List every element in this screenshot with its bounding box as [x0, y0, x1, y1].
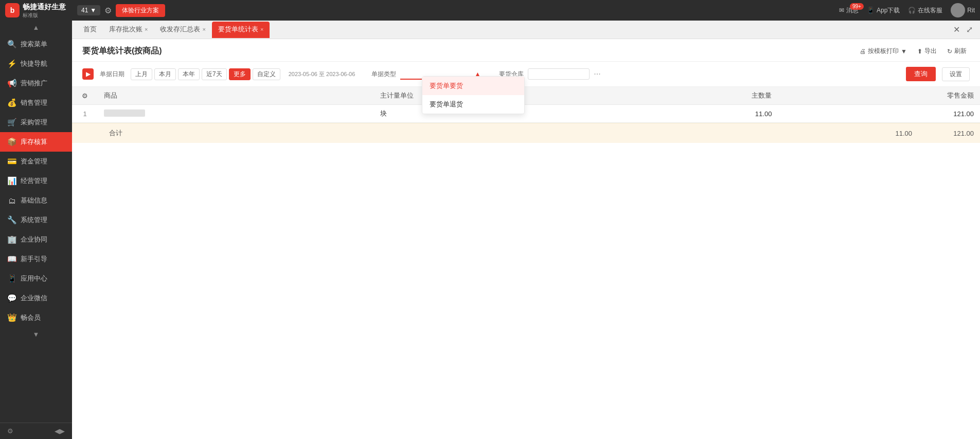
page-title: 要货单统计表(按商品) [82, 46, 162, 57]
filter-bar: ▶ 单据日期 上月 本月 本年 近7天 更多 自定义 2023-05-06 至 … [72, 62, 980, 87]
dropdown-item-delivery[interactable]: 要货单要货 [422, 77, 524, 95]
refresh-button[interactable]: ↻ 刷新 [944, 45, 970, 57]
sidebar-item-base-info[interactable]: 🗂 基础信息 [0, 191, 72, 210]
sidebar-label-base-info: 基础信息 [21, 196, 47, 205]
tab-bar-expand-button[interactable]: ⤢ [964, 24, 975, 35]
sidebar-item-quick-nav[interactable]: ⚡ 快捷导航 [0, 54, 72, 74]
tab-recv-summary-close[interactable]: × [202, 26, 205, 32]
tab-home-label: 首页 [83, 25, 97, 34]
sidebar-collapse-icon[interactable]: ◀▶ [55, 427, 65, 435]
filter-dots-button[interactable]: ··· [594, 69, 600, 79]
industry-button[interactable]: 体验行业方案 [116, 4, 165, 17]
user-avatar-item[interactable]: Rit [951, 3, 975, 17]
dropdown-item-return[interactable]: 要货单退货 [422, 95, 524, 114]
sidebar-label-quick-nav: 快捷导航 [21, 59, 47, 68]
warehouse-filter-input[interactable] [528, 68, 590, 80]
sales-icon: 💰 [7, 98, 16, 107]
tab-home[interactable]: 首页 [77, 22, 103, 38]
sidebar-label-inventory: 库存核算 [21, 137, 47, 147]
tab-order-stats-label: 要货单统计表 [218, 25, 258, 34]
sidebar-item-app-center[interactable]: 📱 应用中心 [0, 269, 72, 288]
headset-icon: 🎧 [908, 7, 916, 14]
tab-recv-summary-label: 收发存汇总表 [160, 25, 200, 34]
tab-inventory-batch[interactable]: 库存批次账 × [103, 22, 154, 38]
sidebar-scroll-down[interactable]: ▼ [0, 327, 72, 341]
sidebar: ▲ 🔍 搜索菜单 ⚡ 快捷导航 📢 营销推广 💰 销售管理 🛒 采购管理 📦 库… [0, 21, 72, 439]
data-table: ⚙ 商品 主计量单位 主数量 零售金额 1 块 11.00 [72, 87, 980, 123]
tabs-bar-right: ✕ ⤢ [951, 24, 975, 35]
query-button[interactable]: 查询 [906, 67, 936, 81]
export-button[interactable]: ⬆ 导出 [914, 45, 940, 57]
type-dropdown: 要货单要货 要货单退货 [422, 76, 525, 114]
header-center: 41 ▼ ⚙ 体验行业方案 [77, 4, 839, 17]
date-btn-this-month[interactable]: 本月 [154, 68, 176, 80]
app-center-icon: 📱 [7, 274, 16, 283]
header-right: ✉ 消息 99+ 📱 App下载 🎧 在线客服 Rit [839, 3, 975, 17]
message-item[interactable]: ✉ 消息 99+ [839, 6, 859, 15]
settings-button[interactable]: 设置 [942, 67, 970, 81]
quick-nav-icon: ⚡ [7, 59, 16, 68]
user-text: Rit [967, 7, 975, 14]
tab-order-stats-close[interactable]: × [260, 26, 263, 32]
sidebar-label-search: 搜索菜单 [21, 40, 47, 49]
sidebar-item-search[interactable]: 🔍 搜索菜单 [0, 34, 72, 54]
col-amount: 零售金额 [778, 87, 980, 105]
date-btn-last-month[interactable]: 上月 [131, 68, 152, 80]
date-btn-custom[interactable]: 自定义 [253, 68, 280, 80]
date-btn-last-7-days[interactable]: 近7天 [202, 68, 227, 80]
tab-inventory-batch-close[interactable]: × [145, 26, 148, 32]
row-index: 1 [72, 105, 98, 123]
date-btn-this-year[interactable]: 本年 [178, 68, 200, 80]
sidebar-label-purchase: 采购管理 [21, 118, 47, 127]
system-icon: 🔧 [7, 215, 16, 225]
sidebar-item-finance[interactable]: 💳 资金管理 [0, 152, 72, 171]
member-icon: 👑 [7, 313, 16, 322]
sidebar-item-sales[interactable]: 💰 销售管理 [0, 93, 72, 113]
export-label: 导出 [924, 47, 937, 56]
date-range-display: 2023-05-06 至 2023-06-06 [289, 70, 355, 78]
online-service-item[interactable]: 🎧 在线客服 [908, 6, 942, 15]
tab-bar-close-all-button[interactable]: ✕ [951, 24, 962, 35]
finance-icon: 💳 [7, 157, 16, 166]
sidebar-item-system[interactable]: 🔧 系统管理 [0, 210, 72, 230]
print-label: 按模板打印 [868, 47, 899, 56]
table-wrap: ⚙ 商品 主计量单位 主数量 零售金额 1 块 11.00 [72, 87, 980, 123]
footer-amount-total: 121.00 [933, 130, 974, 137]
sidebar-item-inventory[interactable]: 📦 库存核算 [0, 132, 72, 152]
store-selector[interactable]: 41 ▼ [77, 5, 100, 15]
sidebar-bottom: ⚙ ◀▶ [0, 423, 72, 439]
sidebar-item-guide[interactable]: 📖 新手引导 [0, 249, 72, 269]
footer-qty-total: 11.00 [871, 130, 912, 137]
date-btn-more[interactable]: 更多 [229, 68, 251, 80]
sidebar-item-operations[interactable]: 📊 经营管理 [0, 171, 72, 191]
page-content: 要货单统计表(按商品) 🖨 按模板打印 ▼ ⬆ 导出 ↻ 刷新 [72, 39, 980, 439]
sidebar-label-marketing: 营销推广 [21, 79, 47, 88]
tab-order-stats[interactable]: 要货单统计表 × [212, 22, 270, 38]
tabs-bar: 首页 库存批次账 × 收发存汇总表 × 要货单统计表 × ✕ ⤢ [72, 21, 980, 39]
logo-area: b 畅捷通好生意 标准版 [5, 2, 77, 18]
sidebar-item-member[interactable]: 👑 畅会员 [0, 308, 72, 327]
row-amount: 121.00 [778, 105, 980, 123]
sidebar-label-enterprise: 企业协同 [21, 235, 47, 244]
table-header-row: ⚙ 商品 主计量单位 主数量 零售金额 [72, 87, 980, 105]
app-download-item[interactable]: 📱 App下载 [867, 6, 900, 15]
sidebar-label-wecom: 企业微信 [21, 294, 47, 303]
main-layout: ▲ 🔍 搜索菜单 ⚡ 快捷导航 📢 营销推广 💰 销售管理 🛒 采购管理 📦 库… [0, 21, 980, 439]
sidebar-item-marketing[interactable]: 📢 营销推广 [0, 74, 72, 93]
row-qty: 11.00 [611, 105, 778, 123]
filter-toggle-button[interactable]: ▶ [82, 68, 94, 80]
col-settings[interactable]: ⚙ [72, 87, 98, 105]
sidebar-item-wecom[interactable]: 💬 企业微信 [0, 288, 72, 308]
gear-button[interactable]: ⚙ [104, 6, 112, 15]
tab-inventory-batch-label: 库存批次账 [109, 25, 142, 34]
tab-recv-summary[interactable]: 收发存汇总表 × [154, 22, 211, 38]
sidebar-label-operations: 经营管理 [21, 176, 47, 186]
sidebar-label-sales: 销售管理 [21, 98, 47, 107]
print-button[interactable]: 🖨 按模板打印 ▼ [857, 45, 910, 57]
sidebar-item-enterprise[interactable]: 🏢 企业协同 [0, 230, 72, 249]
sidebar-item-purchase[interactable]: 🛒 采购管理 [0, 113, 72, 132]
sidebar-settings-icon[interactable]: ⚙ [7, 427, 13, 435]
sidebar-scroll-up[interactable]: ▲ [0, 21, 72, 34]
row-goods [98, 105, 374, 123]
sidebar-label-system: 系统管理 [21, 215, 47, 225]
